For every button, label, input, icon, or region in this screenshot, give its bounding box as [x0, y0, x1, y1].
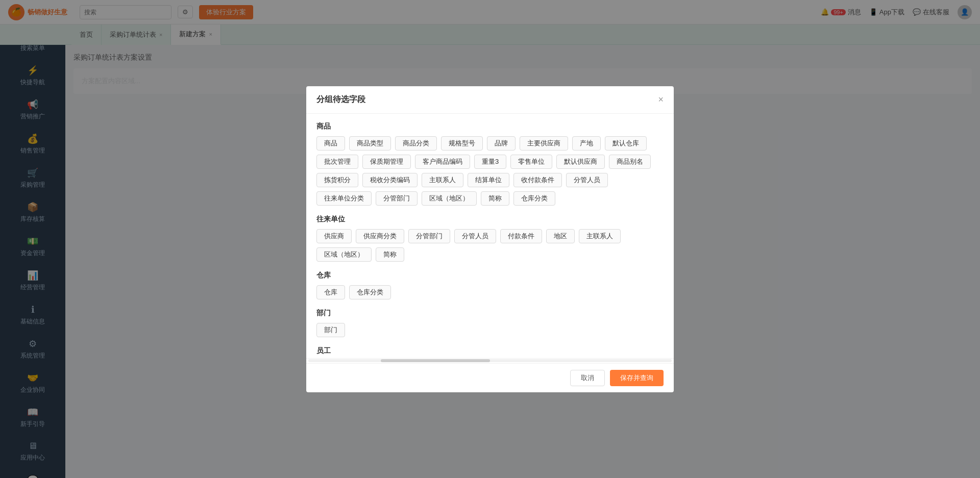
field-tag[interactable]: 付款条件: [500, 229, 542, 243]
field-tag[interactable]: 简称: [481, 191, 509, 206]
field-tag[interactable]: 主联系人: [579, 229, 621, 243]
field-tag[interactable]: 供应商: [316, 229, 352, 243]
field-tag[interactable]: 区域（地区）: [316, 247, 372, 262]
section-goods-title: 商品: [316, 122, 664, 131]
section-employee-title: 员工: [316, 346, 664, 356]
section-warehouse-title: 仓库: [316, 271, 664, 280]
section-warehouse: 仓库仓库仓库分类: [316, 271, 664, 299]
field-tag[interactable]: 简称: [376, 247, 404, 262]
section-department: 部门部门: [316, 309, 664, 337]
field-tag[interactable]: 品牌: [487, 136, 516, 150]
scrollbar-thumb: [381, 359, 490, 362]
section-department-grid: 部门: [316, 323, 664, 337]
modal-title: 分组待选字段: [316, 94, 365, 105]
field-tag[interactable]: 结算单位: [468, 173, 509, 187]
modal-body[interactable]: 商品商品商品类型商品分类规格型号品牌主要供应商产地默认仓库批次管理保质期管理客户…: [306, 114, 674, 359]
field-tag[interactable]: 供应商分类: [356, 229, 404, 243]
field-tag[interactable]: 产地: [572, 136, 601, 150]
section-partner-grid: 供应商供应商分类分管部门分管人员付款条件地区主联系人区域（地区）简称: [316, 229, 664, 262]
field-tag[interactable]: 默认供应商: [556, 155, 605, 169]
field-tag[interactable]: 规格型号: [441, 136, 483, 150]
section-employee: 员工业务员: [316, 346, 664, 359]
field-tag[interactable]: 收付款条件: [513, 173, 562, 187]
field-tag[interactable]: 商品类型: [349, 136, 391, 150]
field-tag[interactable]: 主要供应商: [520, 136, 568, 150]
modal-horizontal-scrollbar[interactable]: [306, 358, 674, 363]
cancel-button[interactable]: 取消: [570, 370, 605, 386]
field-tag[interactable]: 分管人员: [566, 173, 608, 187]
field-tag[interactable]: 客户商品编码: [415, 155, 470, 169]
field-tag[interactable]: 税收分类编码: [362, 173, 418, 187]
section-department-title: 部门: [316, 309, 664, 318]
field-tag[interactable]: 区域（地区）: [422, 191, 477, 206]
field-tag[interactable]: 主联系人: [422, 173, 463, 187]
field-tag[interactable]: 默认仓库: [605, 136, 647, 150]
field-tag[interactable]: 仓库分类: [349, 285, 391, 299]
modal-close-button[interactable]: ×: [658, 95, 664, 104]
field-tag[interactable]: 分管部门: [408, 229, 450, 243]
section-goods: 商品商品商品类型商品分类规格型号品牌主要供应商产地默认仓库批次管理保质期管理客户…: [316, 122, 664, 206]
scrollbar-track: [308, 359, 672, 362]
field-tag[interactable]: 商品别名: [609, 155, 651, 169]
section-warehouse-grid: 仓库仓库分类: [316, 285, 664, 299]
field-tag[interactable]: 仓库: [316, 285, 345, 299]
field-tag[interactable]: 保质期管理: [362, 155, 411, 169]
field-tag[interactable]: 仓库分类: [513, 191, 555, 206]
field-tag[interactable]: 分管部门: [376, 191, 418, 206]
modal-header: 分组待选字段 ×: [306, 86, 674, 114]
field-tag[interactable]: 分管人员: [454, 229, 496, 243]
confirm-button[interactable]: 保存并查询: [610, 370, 664, 386]
field-tag[interactable]: 零售单位: [510, 155, 552, 169]
field-tag[interactable]: 商品分类: [395, 136, 437, 150]
section-goods-grid: 商品商品类型商品分类规格型号品牌主要供应商产地默认仓库批次管理保质期管理客户商品…: [316, 136, 664, 206]
field-tag[interactable]: 地区: [546, 229, 575, 243]
field-tag[interactable]: 商品: [316, 136, 345, 150]
section-partner-title: 往来单位: [316, 215, 664, 224]
field-tag[interactable]: 拣货积分: [316, 173, 358, 187]
modal-overlay: 分组待选字段 × 商品商品商品类型商品分类规格型号品牌主要供应商产地默认仓库批次…: [0, 0, 980, 478]
field-tag[interactable]: 重量3: [474, 155, 506, 169]
field-tag[interactable]: 批次管理: [316, 155, 358, 169]
field-tag[interactable]: 往来单位分类: [316, 191, 372, 206]
field-tag[interactable]: 部门: [316, 323, 345, 337]
modal-footer: 取消 保存并查询: [306, 363, 674, 392]
section-partner: 往来单位供应商供应商分类分管部门分管人员付款条件地区主联系人区域（地区）简称: [316, 215, 664, 262]
field-select-modal: 分组待选字段 × 商品商品商品类型商品分类规格型号品牌主要供应商产地默认仓库批次…: [306, 86, 674, 392]
